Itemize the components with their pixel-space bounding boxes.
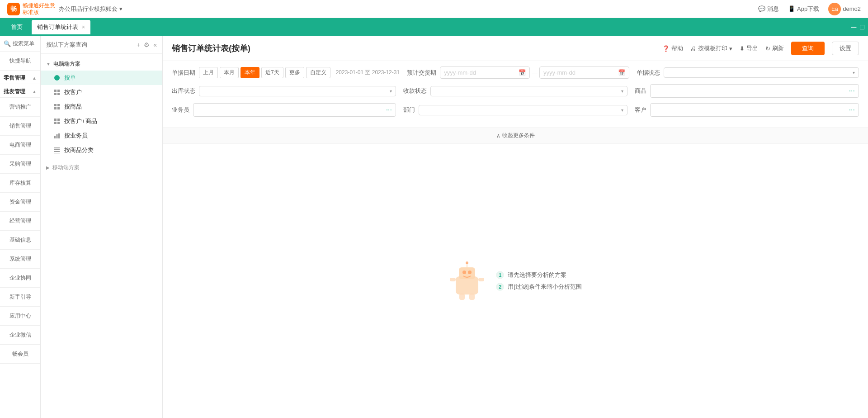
sidebar-item-member[interactable]: 畅会员	[0, 347, 40, 361]
scheme-item-by-order[interactable]: 按单	[41, 71, 162, 85]
date-range-text: 2023-01-01 至 2023-12-31	[336, 69, 400, 76]
sidebar-item-basic[interactable]: 基础信息	[0, 233, 40, 247]
sidebar-item-enterprise[interactable]: 企业协同	[0, 271, 40, 285]
sidebar-item-retail[interactable]: 零售管理▲	[0, 71, 40, 84]
sidebar-item-inventory[interactable]: 库存核算	[0, 176, 40, 190]
tab-active[interactable]: 销售订单统计表 ×	[32, 20, 90, 34]
expected-date-end[interactable]: yyyy-mm-dd 📅	[539, 66, 629, 79]
sidebar-purchase: 采购管理	[0, 155, 40, 174]
collapse-bar[interactable]: ∧ 收起更多条件	[163, 128, 868, 143]
sidebar-operations: 经营管理	[0, 212, 40, 231]
date-btn-lastmonth[interactable]: 上月	[199, 67, 218, 78]
sidebar-sales: 销售管理	[0, 117, 40, 136]
scheme-icon-salesperson	[53, 132, 61, 139]
query-button[interactable]: 查询	[791, 42, 825, 55]
date-btn-custom[interactable]: 自定义	[306, 67, 330, 78]
tab-minimize-icon[interactable]: ─	[851, 23, 856, 31]
customer-select[interactable]: ···	[650, 103, 859, 117]
scheme-item-by-product[interactable]: 按商品	[41, 100, 162, 114]
collapse-panel-icon[interactable]: «	[153, 41, 157, 48]
payment-status-select[interactable]: ▾	[430, 86, 627, 96]
sidebar-item-finance[interactable]: 资金管理	[0, 195, 40, 209]
expected-date-start[interactable]: yyyy-mm-dd 📅	[440, 66, 530, 79]
sidebar-item-sales[interactable]: 销售管理	[0, 119, 40, 133]
refresh-icon: ↻	[765, 45, 770, 52]
date-btn-more[interactable]: 更多	[285, 67, 304, 78]
message-icon: 💬	[758, 5, 765, 12]
logo-icon: 畅	[7, 3, 20, 15]
date-btn-thismonth[interactable]: 本月	[220, 67, 239, 78]
salesperson-select[interactable]: ···	[193, 103, 396, 117]
add-scheme-button[interactable]: +	[137, 41, 140, 48]
date-btn-last7[interactable]: 近7天	[261, 67, 283, 78]
scheme-item-by-category[interactable]: 按商品分类	[41, 143, 162, 157]
sidebar-search[interactable]: 🔍 搜索菜单	[0, 36, 40, 52]
page-header: 销售订单统计表(按单) ❓ 帮助 🖨 按模板打印 ▾ ⬇	[163, 36, 868, 61]
sidebar-member: 畅会员	[0, 345, 40, 364]
svg-rect-12	[57, 122, 60, 124]
page-actions: ❓ 帮助 🖨 按模板打印 ▾ ⬇ 导出 ↻	[662, 42, 859, 55]
date-quick-buttons: 上月 本月 本年 近7天 更多 自定义	[199, 67, 330, 78]
date-btn-thisyear[interactable]: 本年	[241, 67, 259, 78]
svg-rect-18	[54, 151, 60, 152]
help-icon: ❓	[662, 45, 670, 52]
export-icon: ⬇	[740, 45, 745, 52]
top-bar-left: 畅 畅捷通好生意 标准版 办公用品行业模拟账套 ▾	[7, 2, 123, 15]
desktop-schemes-header[interactable]: ▼ 电脑端方案	[41, 57, 162, 71]
status-select-arrow: ▾	[853, 70, 855, 75]
department-label: 部门	[403, 106, 415, 114]
refresh-button[interactable]: ↻ 刷新	[765, 44, 784, 52]
sidebar-item-ecommerce[interactable]: 电商管理	[0, 138, 40, 152]
user-menu[interactable]: Ea demo2	[828, 3, 861, 15]
tab-close-icon[interactable]: ×	[82, 24, 85, 30]
svg-rect-5	[54, 104, 57, 106]
sidebar-item-wholesale[interactable]: 批发管理▲	[0, 84, 40, 97]
setting-button[interactable]: 设置	[832, 42, 859, 55]
filter-item-warehouse-status: 出库状态 ▾	[172, 86, 396, 96]
tab-maximize-icon[interactable]: □	[860, 23, 864, 31]
mobile-schemes-header[interactable]: ▶ 移动端方案	[41, 161, 162, 174]
scheme-item-by-salesperson[interactable]: 按业务员	[41, 128, 162, 143]
sidebar-item-wechat[interactable]: 企业微信	[0, 328, 40, 342]
filter-item-expected-date: 预计交货期 yyyy-mm-dd 📅 — yyyy-mm-dd 📅	[407, 66, 629, 79]
sidebar-basic: 基础信息	[0, 231, 40, 250]
scheme-item-by-customer-product[interactable]: 按客户+商品	[41, 114, 162, 128]
sidebar-item-purchase[interactable]: 采购管理	[0, 157, 40, 171]
logo-text: 畅捷通好生意 标准版	[23, 2, 55, 15]
sidebar-section-wholesale: 批发管理▲	[0, 84, 40, 98]
status-select[interactable]: ▾	[664, 67, 859, 78]
scheme-settings-icon[interactable]: ⚙	[144, 41, 150, 48]
help-button[interactable]: ❓ 帮助	[662, 44, 683, 52]
filter-row-3: 业务员 ··· 部门 ▾ 客户	[172, 103, 859, 117]
app-download-button[interactable]: 📱 App下载	[788, 5, 819, 13]
sidebar-ecommerce: 电商管理	[0, 136, 40, 155]
expected-date-range: yyyy-mm-dd 📅 — yyyy-mm-dd 📅	[440, 66, 629, 79]
sidebar-item-appstore[interactable]: 应用中心	[0, 309, 40, 323]
customer-dots-icon: ···	[849, 106, 855, 114]
tab-home[interactable]: 首页	[4, 20, 30, 34]
warehouse-status-select[interactable]: ▾	[199, 86, 396, 96]
empty-content: 1 请先选择要分析的方案 2 用[过滤]条件来缩小分析范围	[449, 261, 581, 301]
top-bar: 畅 畅捷通好生意 标准版 办公用品行业模拟账套 ▾ 💬 消息 📱 App下载 E…	[0, 0, 868, 18]
sidebar-system: 系统管理	[0, 250, 40, 269]
message-button[interactable]: 💬 消息	[758, 5, 779, 13]
sidebar-item-quicknav[interactable]: 快捷导航	[0, 54, 40, 67]
product-select[interactable]: ···	[650, 84, 859, 98]
page-title: 销售订单统计表(按单)	[172, 43, 250, 54]
filter-area: 单据日期 上月 本月 本年 近7天 更多 自定义 2023-01-01 至 20…	[163, 61, 868, 128]
export-button[interactable]: ⬇ 导出	[740, 44, 758, 52]
filter-item-date: 单据日期 上月 本月 本年 近7天 更多 自定义 2023-01-01 至 20…	[172, 67, 400, 78]
sidebar-item-newguide[interactable]: 新手引导	[0, 290, 40, 304]
empty-icon-area: 1 请先选择要分析的方案 2 用[过滤]条件来缩小分析范围	[449, 261, 581, 301]
print-button[interactable]: 🖨 按模板打印 ▾	[690, 44, 732, 52]
left-panel-actions: + ⚙ «	[137, 41, 157, 48]
department-select[interactable]: ▾	[419, 105, 627, 115]
scheme-item-by-customer[interactable]: 按客户	[41, 85, 162, 100]
payment-select-arrow: ▾	[621, 89, 623, 94]
sidebar-item-operations[interactable]: 经营管理	[0, 214, 40, 228]
scheme-icon-customer	[53, 89, 61, 96]
right-content: 销售订单统计表(按单) ❓ 帮助 🖨 按模板打印 ▾ ⬇	[163, 36, 868, 418]
breadcrumb[interactable]: 办公用品行业模拟账套 ▾	[59, 5, 123, 13]
sidebar-item-marketing[interactable]: 营销推广	[0, 100, 40, 114]
sidebar-item-system[interactable]: 系统管理	[0, 252, 40, 266]
